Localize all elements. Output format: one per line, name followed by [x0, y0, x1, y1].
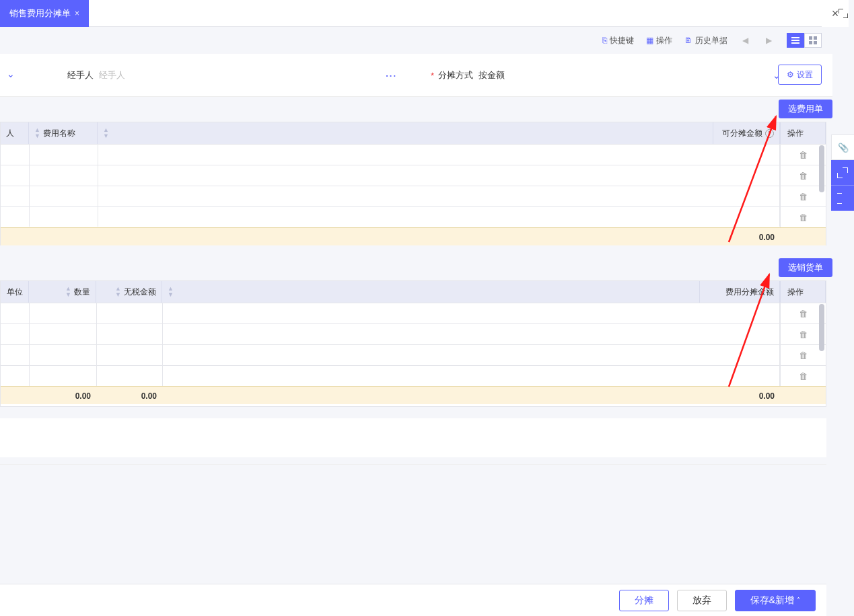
select-sales-button[interactable]: 选销货单	[779, 258, 832, 277]
total-allocatable: 0.00	[713, 228, 780, 246]
trash-icon[interactable]: 🗑	[799, 192, 808, 202]
toolbar-operate-label: 操作	[656, 35, 672, 46]
trash-icon[interactable]: 🗑	[799, 371, 808, 381]
table-row[interactable]: 🗑	[1, 303, 826, 323]
table-row[interactable]: 🗑	[1, 365, 826, 386]
tab-bar: 销售费用分摊单 ×	[0, 0, 832, 27]
expense-table-footer: 0.00	[1, 227, 826, 245]
view-grid-button[interactable]	[804, 33, 822, 48]
fullscreen-icon	[839, 9, 848, 18]
field-method: * 分摊方式 ⌄	[431, 54, 781, 97]
th-operate: 操作	[780, 122, 826, 144]
discard-button[interactable]: 放弃	[677, 590, 727, 611]
right-dock: 📎	[831, 134, 854, 211]
settings-label: 设置	[797, 69, 813, 81]
list-icon	[791, 37, 799, 44]
method-label: 分摊方式	[438, 69, 473, 81]
field-handler: 经手人 ···	[67, 54, 404, 97]
form-row: ⌄ 经手人 ··· * 分摊方式 ⌄ ⚙ 设置	[0, 54, 832, 97]
th-alloc-amount[interactable]: 费用分摊金额	[699, 281, 780, 303]
th-partial[interactable]: 人	[1, 122, 29, 144]
expense-table: 人 ▲▼费用名称 ▲▼ 可分摊金额? 操作 🗑 🗑 🗑 🗑 0.00	[0, 122, 826, 245]
nav-next-icon[interactable]: ▶	[763, 36, 775, 45]
save-new-label: 保存&新增	[750, 594, 794, 607]
table-row[interactable]: 🗑	[1, 344, 826, 365]
table-row[interactable]: 🗑	[1, 144, 826, 165]
sales-table-header: 单位 ▲▼数量 ▲▼无税金额 ▲▼ 费用分摊金额 操作	[1, 281, 826, 303]
sales-table-footer: 0.00 0.00 0.00	[1, 386, 826, 404]
tab-active[interactable]: 销售费用分摊单 ×	[0, 0, 89, 27]
sort-icon: ▲▼	[168, 286, 174, 298]
doc-icon: 🗎	[684, 36, 692, 45]
expand-icon	[837, 193, 848, 204]
view-list-button[interactable]	[787, 33, 804, 48]
th-unit[interactable]: 单位	[1, 281, 29, 303]
select-expense-button[interactable]: 选费用单	[779, 100, 832, 118]
table-row[interactable]: 🗑	[1, 323, 826, 344]
table-row[interactable]: 🗑	[1, 186, 826, 206]
handler-input[interactable]	[99, 67, 368, 83]
view-toggle	[787, 33, 822, 48]
blank-section	[0, 418, 826, 457]
total-alloc: 0.00	[699, 387, 780, 405]
allocate-button[interactable]: 分摊	[619, 590, 669, 611]
attachment-button[interactable]: 📎	[831, 134, 854, 160]
trash-icon[interactable]: 🗑	[799, 171, 808, 181]
th-operate2: 操作	[780, 281, 826, 303]
tab-title: 销售费用分摊单	[9, 7, 71, 20]
form-collapse-icon[interactable]: ⌄	[7, 69, 15, 79]
table-row[interactable]: 🗑	[1, 165, 826, 186]
scrollbar-thumb[interactable]	[819, 145, 824, 192]
sort-icon: ▲▼	[34, 127, 40, 139]
handler-label: 经手人	[67, 69, 94, 81]
toolbar: ⎘ 快捷键 ▦ 操作 🗎 历史单据 ◀ ▶	[0, 27, 832, 54]
dock-expand-1[interactable]	[831, 160, 854, 186]
grid-small-icon: ▦	[646, 36, 653, 45]
total-qty: 0.00	[29, 387, 96, 405]
sort-icon: ▲▼	[115, 286, 121, 298]
footer-bar: 分摊 放弃 保存&新增 ˄	[0, 584, 826, 616]
toolbar-shortcut-label: 快捷键	[610, 35, 634, 46]
fullscreen-button[interactable]	[832, 0, 854, 27]
toolbar-shortcut[interactable]: ⎘ 快捷键	[602, 35, 634, 46]
th-notax[interactable]: ▲▼无税金额	[96, 281, 162, 303]
trash-icon[interactable]: 🗑	[799, 309, 808, 319]
paperclip-icon: 📎	[838, 143, 849, 153]
save-and-new-button[interactable]: 保存&新增 ˄	[735, 590, 816, 611]
settings-button[interactable]: ⚙ 设置	[778, 65, 822, 85]
trash-icon[interactable]: 🗑	[799, 150, 808, 160]
table-row[interactable]: 🗑	[1, 206, 826, 227]
scrollbar-thumb[interactable]	[819, 304, 824, 351]
grid-icon	[809, 36, 817, 44]
expand-icon	[837, 167, 848, 178]
th-qty[interactable]: ▲▼数量	[29, 281, 96, 303]
dock-expand-2[interactable]	[831, 186, 854, 211]
method-input[interactable]	[478, 67, 734, 83]
clipboard-icon: ⎘	[602, 36, 607, 45]
th-expense-name[interactable]: ▲▼费用名称	[29, 122, 98, 144]
required-mark: *	[431, 71, 434, 81]
total-notax: 0.00	[96, 387, 162, 405]
help-icon[interactable]: ?	[765, 129, 774, 138]
blank-section-2	[0, 464, 826, 585]
toolbar-history-label: 历史单据	[695, 35, 727, 46]
gear-icon: ⚙	[787, 70, 794, 79]
sales-table: 单位 ▲▼数量 ▲▼无税金额 ▲▼ 费用分摊金额 操作 🗑 🗑 🗑 🗑 0.00…	[0, 280, 826, 407]
trash-icon[interactable]: 🗑	[799, 350, 808, 360]
toolbar-operate[interactable]: ▦ 操作	[646, 35, 672, 46]
th-allocatable-amount[interactable]: 可分摊金额?	[713, 122, 780, 144]
trash-icon[interactable]: 🗑	[799, 213, 808, 223]
sort-icon: ▲▼	[103, 127, 109, 139]
handler-more-icon[interactable]: ···	[386, 71, 397, 81]
toolbar-history[interactable]: 🗎 历史单据	[684, 35, 727, 46]
expense-table-header: 人 ▲▼费用名称 ▲▼ 可分摊金额? 操作	[1, 122, 826, 144]
sort-icon: ▲▼	[65, 286, 71, 298]
chevron-up-icon: ˄	[797, 596, 800, 604]
nav-prev-icon[interactable]: ◀	[740, 36, 751, 45]
tab-close-icon[interactable]: ×	[75, 9, 79, 18]
trash-icon[interactable]: 🗑	[799, 330, 808, 340]
